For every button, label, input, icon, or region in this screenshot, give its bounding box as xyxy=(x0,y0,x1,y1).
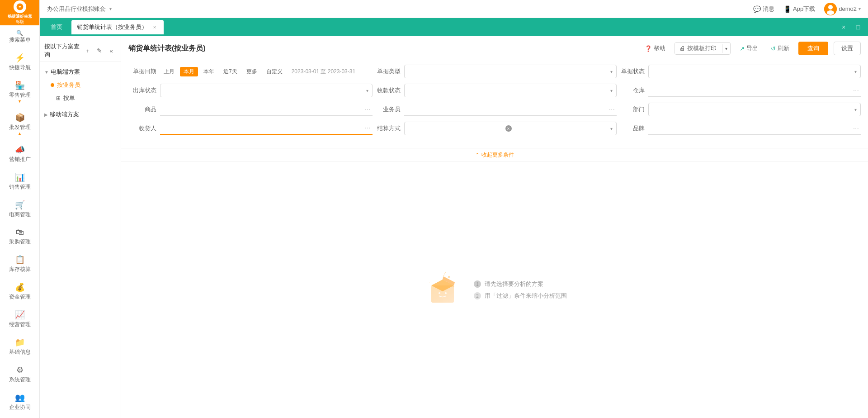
order-type-select[interactable]: ▾ xyxy=(404,65,617,78)
empty-state: ✦ ✦ · 1 请先选择要分析的方案 xyxy=(121,162,868,418)
query-button[interactable]: 查询 xyxy=(798,42,828,55)
filter-cell-order-type: 单据类型 ▾ xyxy=(373,65,617,78)
sidebar-item-wholesale[interactable]: 📦 批发管理 ▲ xyxy=(0,108,39,140)
filter-cell-department: 部门 ▾ xyxy=(617,103,861,116)
receipt-status-select[interactable]: ▾ xyxy=(404,84,617,97)
step-1-text: 请先选择要分析的方案 xyxy=(485,280,543,288)
receiver-label: 收货人 xyxy=(128,124,160,133)
tab-home-label: 首页 xyxy=(51,23,62,31)
sidebar-item-label: 营销推广 xyxy=(9,156,31,163)
brand-field[interactable]: ··· xyxy=(648,122,861,135)
sidebar: 畅捷通好生意 标版 🔍 搜索菜单 ⚡ 快捷导航 🏪 零售管理 ▼ 📦 批发管理 … xyxy=(0,0,40,418)
sidebar-item-marketing[interactable]: 📣 营销推广 xyxy=(0,140,39,168)
export-icon: ↗ xyxy=(740,45,745,52)
scheme-group-mobile-header[interactable]: ▶ 移动端方案 xyxy=(40,108,121,121)
empty-step-2: 2 用「过滤」条件来缩小分析范围 xyxy=(474,292,567,300)
filter-cell-settle: 结算方式 × ▾ xyxy=(373,122,617,135)
department-select[interactable]: ▾ xyxy=(648,103,861,116)
goods-dots-icon[interactable]: ··· xyxy=(365,105,371,114)
sales-icon: 📊 xyxy=(15,172,25,182)
add-scheme-btn[interactable]: + xyxy=(83,46,93,56)
scheme-item-label: 按业务员 xyxy=(57,81,80,89)
date-tab-more[interactable]: 更多 xyxy=(243,67,261,76)
export-label: 导出 xyxy=(746,44,758,52)
edit-scheme-btn[interactable]: ✎ xyxy=(94,46,104,56)
avatar xyxy=(824,3,837,15)
settle-clear-icon[interactable]: × xyxy=(505,125,512,132)
date-range-text: 2023-03-01 至 2023-03-31 xyxy=(292,68,355,76)
date-tab-this-year[interactable]: 本年 xyxy=(200,67,218,76)
collapse-panel-btn[interactable]: « xyxy=(106,46,116,56)
app-dropdown-arrow[interactable]: ▾ xyxy=(109,6,112,11)
sidebar-item-ecommerce[interactable]: 🛒 电商管理 xyxy=(0,195,39,223)
salesman-dots-icon[interactable]: ··· xyxy=(609,105,615,114)
scheme-panel-icons: + ✎ « xyxy=(83,46,116,56)
app-download-label: App下载 xyxy=(793,5,815,13)
warehouse-field[interactable]: ··· xyxy=(648,84,861,97)
step-2-dot: 2 xyxy=(474,292,481,299)
print-dropdown[interactable]: 🖨 按模板打印 ▾ xyxy=(675,42,731,55)
settings-button[interactable]: 设置 xyxy=(834,42,861,55)
date-tab-custom[interactable]: 自定义 xyxy=(263,67,286,76)
sidebar-item-operations[interactable]: 📈 经营管理 xyxy=(0,305,39,333)
date-tab-last-month[interactable]: 上月 xyxy=(160,67,178,76)
order-type-label: 单据类型 xyxy=(373,67,404,76)
salesman-field[interactable]: ··· xyxy=(404,103,617,116)
sidebar-item-basic-info[interactable]: 📁 基础信息 xyxy=(0,333,39,361)
brand-dots-icon[interactable]: ··· xyxy=(853,124,859,133)
sidebar-item-label: 基础信息 xyxy=(9,348,31,356)
scheme-group-desktop-header[interactable]: ▼ 电脑端方案 xyxy=(40,66,121,78)
sidebar-item-enterprise[interactable]: 👥 企业协同 xyxy=(0,388,39,416)
app-download-btn[interactable]: 📱 App下载 xyxy=(783,5,815,13)
page-title: 销货单统计表(按业务员) xyxy=(128,44,206,53)
page-header: 销货单统计表(按业务员) ❓ 帮助 🖨 按模板打印 ▾ ↗ xyxy=(121,36,868,59)
right-content: 销货单统计表(按业务员) ❓ 帮助 🖨 按模板打印 ▾ ↗ xyxy=(121,36,868,418)
scheme-item-label: 按单 xyxy=(63,94,75,102)
out-status-select[interactable]: ▾ xyxy=(160,84,373,97)
tab-close-window-btn[interactable]: × xyxy=(837,21,850,33)
tab-home[interactable]: 首页 xyxy=(43,18,70,36)
export-btn[interactable]: ↗ 导出 xyxy=(736,43,762,54)
svg-text:✦: ✦ xyxy=(447,275,451,280)
print-btn[interactable]: 🖨 按模板打印 xyxy=(675,43,721,54)
scheme-item-order[interactable]: ⊞ 按单 xyxy=(40,92,121,104)
receiver-dots-icon[interactable]: ··· xyxy=(365,124,371,132)
inventory-icon: 📋 xyxy=(15,255,25,265)
collapse-filter-btn[interactable]: ⌃ 收起更多条件 xyxy=(121,148,868,162)
warehouse-dots-icon[interactable]: ··· xyxy=(853,86,859,95)
print-dropdown-arrow[interactable]: ▾ xyxy=(722,44,730,53)
sidebar-item-retail[interactable]: 🏪 零售管理 ▼ xyxy=(0,76,39,108)
goods-label: 商品 xyxy=(128,105,160,114)
sidebar-item-system[interactable]: ⚙ 系统管理 xyxy=(0,361,39,388)
sidebar-item-quick-nav[interactable]: ⚡ 快捷导航 xyxy=(0,48,39,76)
settle-select[interactable]: × ▾ xyxy=(404,122,617,135)
order-icon: ⊞ xyxy=(56,95,61,101)
filter-cell-date: 单据日期 上月 本月 本年 近7天 更多 自定义 2023-03-01 至 20… xyxy=(128,67,373,76)
tab-close-icon[interactable]: × xyxy=(151,24,158,31)
sidebar-item-newbie[interactable]: 🎯 新手引导 xyxy=(0,416,39,418)
scheme-item-salesman[interactable]: 按业务员 xyxy=(40,78,121,92)
date-tab-this-month[interactable]: 本月 xyxy=(180,67,198,76)
salesman-label: 业务员 xyxy=(373,105,404,114)
tab-maximize-btn[interactable]: □ xyxy=(852,21,864,33)
system-icon: ⚙ xyxy=(16,365,24,375)
tab-sales-stats[interactable]: 销货单统计表（按业务员） × xyxy=(71,20,164,34)
receiver-field[interactable]: ··· xyxy=(160,122,373,135)
sidebar-item-label: 资金管理 xyxy=(9,293,31,301)
sidebar-item-inventory[interactable]: 📋 库存核算 xyxy=(0,250,39,278)
app-subtitle: 标版 xyxy=(16,19,24,25)
maximize-icon: □ xyxy=(856,24,860,31)
user-profile[interactable]: demo2 ▾ xyxy=(824,3,861,15)
marketing-icon: 📣 xyxy=(15,145,25,155)
refresh-btn[interactable]: ↺ 刷新 xyxy=(767,43,793,54)
svg-point-11 xyxy=(445,292,447,294)
help-btn[interactable]: ❓ 帮助 xyxy=(641,43,669,54)
sidebar-item-purchase[interactable]: 🛍 采购管理 xyxy=(0,223,39,250)
date-tab-7days[interactable]: 近7天 xyxy=(220,67,241,76)
message-btn[interactable]: 💬 消息 xyxy=(753,5,774,13)
sidebar-item-finance[interactable]: 💰 资金管理 xyxy=(0,278,39,305)
sidebar-item-sales[interactable]: 📊 销售管理 xyxy=(0,168,39,195)
sidebar-search[interactable]: 🔍 搜索菜单 xyxy=(0,25,39,48)
order-status-select[interactable]: ▾ xyxy=(648,65,861,78)
goods-field[interactable]: ··· xyxy=(160,103,373,116)
